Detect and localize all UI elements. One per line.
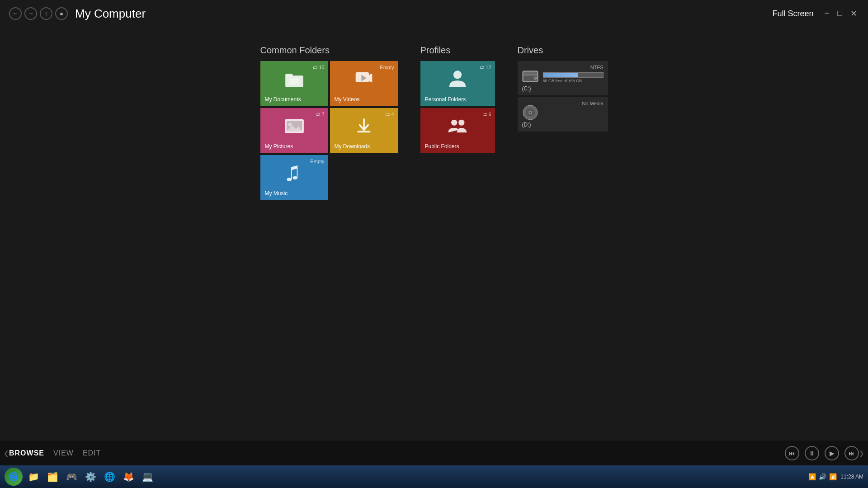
title-bar: ← → ↑ ● My Computer Full Screen − □ ✕ <box>0 0 868 27</box>
menu-items: BROWSE VIEW EDIT <box>9 449 101 457</box>
taskbar-right: 🔼 🔊 📶 11:28 AM <box>808 473 863 480</box>
taskbar-app-4[interactable]: ⚙️ <box>82 469 99 485</box>
network-icon: 🔼 <box>808 473 816 480</box>
svg-point-24 <box>529 112 531 113</box>
start-button[interactable]: 🌀 <box>5 468 23 486</box>
up-button[interactable]: ↑ <box>40 7 52 20</box>
svg-marker-7 <box>369 74 372 82</box>
common-folders-section: Common Folders 🗂 10 <box>260 45 398 200</box>
drives-title: Drives <box>518 45 608 56</box>
drive-c-label: NTFS <box>522 65 604 70</box>
prev-button[interactable]: ⏮ <box>785 446 799 460</box>
taskbar-clock: 11:28 AM <box>840 474 863 480</box>
profiles-title: Profiles <box>420 45 495 56</box>
taskbar-app-5[interactable]: 🌐 <box>101 469 118 485</box>
cd-icon <box>522 104 538 124</box>
playback-controls: ⏮ ⏸ ▶ ⏭ <box>785 446 859 460</box>
tile-my-documents[interactable]: 🗂 10 My Documents <box>260 61 328 106</box>
hdd-icon <box>522 70 538 85</box>
scroll-left-arrow[interactable]: ❮ <box>4 450 9 457</box>
public-folders-icon <box>448 116 467 141</box>
svg-point-20 <box>534 77 537 80</box>
svg-point-15 <box>451 120 457 126</box>
main-content: Common Folders 🗂 10 <box>0 27 868 425</box>
profiles-section: Profiles 🗂 12 Personal Folders <box>420 45 495 153</box>
folder-count-icon2: 🗂 <box>316 112 321 117</box>
drive-d-row <box>522 108 604 120</box>
my-documents-label: My Documents <box>265 96 324 103</box>
fullscreen-button[interactable]: Full Screen <box>773 9 814 19</box>
personal-folders-icon <box>448 69 467 94</box>
my-music-badge: Empty <box>310 159 324 164</box>
play-button[interactable]: ▶ <box>825 446 839 460</box>
taskbar: 🌀 📁 🗂️ 🎮 ⚙️ 🌐 🦊 💻 🔼 🔊 📶 11:28 AM <box>0 465 868 488</box>
page-title: My Computer <box>75 7 773 21</box>
personal-folders-count: 🗂 12 <box>480 65 491 70</box>
my-music-label: My Music <box>265 190 324 197</box>
bottom-bar: BROWSE VIEW EDIT ❮ ⏮ ⏸ ▶ ⏭ ❯ <box>0 441 868 465</box>
taskbar-app-7[interactable]: 💻 <box>139 469 156 485</box>
svg-point-11 <box>288 123 292 127</box>
my-downloads-icon <box>354 116 374 141</box>
drive-d[interactable]: No Media (D <box>518 97 608 131</box>
forward-button[interactable]: → <box>24 7 37 20</box>
tile-personal-folders[interactable]: 🗂 12 Personal Folders <box>420 61 495 106</box>
tile-my-pictures[interactable]: 🗂 7 My Pictures <box>260 108 328 153</box>
my-music-icon <box>284 163 304 188</box>
taskbar-left: 🌀 📁 🗂️ 🎮 ⚙️ 🌐 🦊 💻 <box>5 468 156 486</box>
common-folders-title: Common Folders <box>260 45 398 56</box>
my-videos-badge: Empty <box>380 65 394 70</box>
my-documents-count: 🗂 10 <box>313 65 324 70</box>
menu-browse[interactable]: BROWSE <box>9 449 44 457</box>
maximize-button[interactable]: □ <box>835 9 844 19</box>
folder-count-icon4: 🗂 <box>480 65 485 70</box>
taskbar-app-2[interactable]: 🗂️ <box>44 469 61 485</box>
my-videos-label: My Videos <box>335 96 393 103</box>
drive-c-letter: (C:) <box>522 85 604 92</box>
nav-buttons: ← → ↑ ● <box>9 7 68 20</box>
taskbar-app-3[interactable]: 🎮 <box>63 469 80 485</box>
common-folders-tiles: 🗂 10 My Documents <box>260 61 398 200</box>
drive-c-info: 69 GB free of 168 GB <box>543 72 604 83</box>
menu-view[interactable]: VIEW <box>53 449 74 457</box>
tile-my-music[interactable]: Empty My Music <box>260 155 328 200</box>
folder-count-icon5: 🗂 <box>482 112 487 117</box>
svg-rect-25 <box>528 116 532 119</box>
drive-c-row: 69 GB free of 168 GB <box>522 72 604 84</box>
drive-c-icon-area <box>522 72 538 84</box>
my-pictures-icon <box>284 117 305 139</box>
drive-d-icon-area <box>522 108 538 120</box>
svg-point-14 <box>453 70 462 79</box>
folder-count-icon3: 🗂 <box>385 112 390 117</box>
back-button[interactable]: ← <box>9 7 22 20</box>
public-folders-count: 🗂 6 <box>482 112 491 117</box>
close-button[interactable]: ✕ <box>849 9 859 19</box>
drive-c-progress-bg <box>543 72 604 78</box>
next-button[interactable]: ⏭ <box>844 446 859 460</box>
tile-public-folders[interactable]: 🗂 6 Public Folders <box>420 108 495 153</box>
minimize-button[interactable]: − <box>823 9 831 19</box>
drive-c-size: 69 GB free of 168 GB <box>543 79 604 83</box>
tile-my-videos[interactable]: Empty My Videos <box>330 61 398 106</box>
my-pictures-label: My Pictures <box>265 143 324 150</box>
pause-button[interactable]: ⏸ <box>805 446 819 460</box>
sections-container: Common Folders 🗂 10 <box>260 45 608 200</box>
drives-section: Drives NTFS <box>518 45 608 133</box>
volume-icon[interactable]: 🔊 <box>819 473 826 480</box>
scroll-right-arrow[interactable]: ❯ <box>859 450 864 457</box>
my-videos-icon <box>354 69 374 94</box>
tile-my-downloads[interactable]: 🗂 4 My Downloads <box>330 108 398 153</box>
taskbar-app-1[interactable]: 📁 <box>25 469 42 485</box>
taskbar-app-6[interactable]: 🦊 <box>120 469 137 485</box>
window-controls: − □ ✕ <box>823 9 859 19</box>
menu-edit[interactable]: EDIT <box>83 449 101 457</box>
folder-count-icon: 🗂 <box>313 65 318 70</box>
my-downloads-label: My Downloads <box>335 143 393 150</box>
public-folders-label: Public Folders <box>425 143 491 150</box>
my-downloads-count: 🗂 4 <box>385 112 394 117</box>
drive-c[interactable]: NTFS <box>518 61 608 95</box>
stop-button[interactable]: ● <box>55 7 68 20</box>
drive-c-progress-fill <box>543 73 579 77</box>
my-pictures-count: 🗂 7 <box>316 112 324 117</box>
taskbar-system-icons: 🔼 🔊 📶 <box>808 473 837 480</box>
